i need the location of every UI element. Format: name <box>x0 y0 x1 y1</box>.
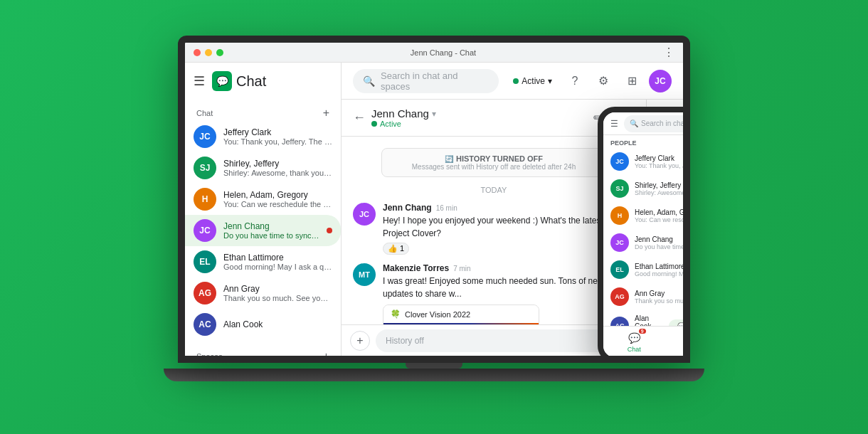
sidebar: ☰ 💬 Chat Chat + JC <box>185 63 342 356</box>
chat-item-content: Ethan Lattimore Good morning! May I ask … <box>223 253 332 271</box>
message-text: I was great! Enjoyed some much needed su… <box>383 275 635 300</box>
phone-tab-chat[interactable]: 💬 9 Chat <box>628 332 641 353</box>
phone-chat-item[interactable]: JC Jenn Chang Do you have time to sync t… <box>603 229 690 256</box>
search-input[interactable]: Search in chat and spaces <box>381 70 489 92</box>
chat-item-name: Ann Gray <box>223 284 332 294</box>
chat-name-caret[interactable]: ▾ <box>432 109 436 119</box>
avatar: MT <box>353 263 376 286</box>
chat-item-preview: Good morning! May I ask a question? <box>223 263 332 271</box>
message-row: MT Makenzie Torres 7 min I was great! En… <box>353 263 635 324</box>
phone-item-content: Ethan Lattimore Good morning! May I ask … <box>635 263 690 277</box>
chat-input-placeholder: History off <box>386 336 424 346</box>
chat-item-name: Alan Cook <box>223 319 332 329</box>
help-button[interactable]: ? <box>563 70 586 92</box>
sidebar-item-shirley-jeffery[interactable]: SJ Shirley, Jeffery Shirley: Awesome, th… <box>185 152 341 184</box>
phone-search-placeholder: Search in chat <box>641 120 687 127</box>
grid-button[interactable]: ⊞ <box>620 70 643 92</box>
sidebar-item-alan-cook[interactable]: AC Alan Cook <box>185 309 341 340</box>
phone-tab-spaces[interactable]: 🏠 26 Spaces <box>689 332 690 353</box>
message-time: 7 min <box>453 265 470 272</box>
user-avatar[interactable]: JC <box>649 70 672 92</box>
phone-search-bar[interactable]: 🔍 Search in chat <box>624 115 690 132</box>
new-chat-button[interactable]: 💬 New chat <box>669 319 690 327</box>
phone-avatar: JC <box>610 152 629 171</box>
date-divider: TODAY <box>353 186 635 194</box>
add-chat-button[interactable]: + <box>323 107 329 120</box>
search-bar[interactable]: 🔍 Search in chat and spaces <box>353 69 499 93</box>
phone-item-preview: Good morning! May I ask a question? <box>635 270 690 277</box>
phone-chat-item[interactable]: EL Ethan Lattimore Good morning! May I a… <box>603 256 690 283</box>
sidebar-item-helen-adam-gregory[interactable]: H Helen, Adam, Gregory You: Can we resch… <box>185 184 341 215</box>
sidebar-header: ☰ 💬 Chat <box>185 63 341 100</box>
phone-chat-item[interactable]: H Helen, Adam, Gregory You: Can we resch… <box>603 202 690 229</box>
add-space-button[interactable]: + <box>323 350 329 356</box>
phone-avatar: H <box>610 206 629 225</box>
status-caret: ▾ <box>548 76 552 86</box>
chat-contact-name: Jenn Chang ▾ <box>371 107 581 120</box>
chat-section: Chat + JC Jeffery Clark You: Thank you, … <box>185 100 341 343</box>
phone-avatar: JC <box>610 233 629 252</box>
card-title: Clover Vision 2022 <box>405 310 470 319</box>
chat-item-preview: You: Can we reschedule the meeting for..… <box>223 200 332 208</box>
phone-item-name: Alan Cook <box>635 314 663 326</box>
sidebar-item-jenn-chang[interactable]: JC Jenn Chang Do you have time to sync t… <box>185 215 341 246</box>
chat-add-button[interactable]: + <box>350 331 370 351</box>
chat-tab-icon: 💬 <box>628 332 640 344</box>
laptop-base <box>164 369 704 381</box>
chat-header-info: Jenn Chang ▾ Active <box>371 107 581 128</box>
phone-item-preview: Do you have time to sync tomorrow mor... <box>635 243 690 250</box>
chat-item-content: Alan Cook <box>223 319 332 329</box>
sidebar-item-ann-gray[interactable]: AG Ann Gray Thank you so much. See you t… <box>185 277 341 309</box>
phone-avatar: SJ <box>610 179 629 198</box>
hamburger-menu-icon[interactable]: ☰ <box>194 73 205 89</box>
status-dot <box>371 121 377 127</box>
phone-chat-item[interactable]: AG Ann Gray Thank you so much. See you t… <box>603 283 690 310</box>
top-bar-right: Active ▾ ? ⚙ ⊞ JC <box>507 70 672 92</box>
avatar: JC <box>194 125 216 148</box>
phone-chat-item[interactable]: AC Alan Cook Have you seen that Jack ach… <box>603 310 690 326</box>
avatar: JC <box>353 203 376 226</box>
traffic-light-close[interactable] <box>194 49 201 56</box>
phone-avatar: AG <box>610 287 629 306</box>
card-thumbnail: 2022+ CloverVision <box>383 323 539 324</box>
status-label: Active <box>522 76 545 86</box>
settings-button[interactable]: ⚙ <box>592 70 615 92</box>
message-sender: Makenzie Torres <box>383 263 449 273</box>
shared-card[interactable]: 🍀 Clover Vision 2022 2022+ CloverVision <box>383 305 539 324</box>
avatar: H <box>194 188 216 211</box>
phone-chat-item[interactable]: SJ Shirley, Jeffery Shirley: Awesome, th… <box>603 175 690 202</box>
chat-item-preview: Thank you so much. See you there. <box>223 294 332 302</box>
chat-item-name: Helen, Adam, Gregory <box>223 190 332 200</box>
spaces-section-header: Spaces + <box>185 346 341 356</box>
phone-item-content: Ann Gray Thank you so much. See you ther… <box>635 290 690 305</box>
chat-tab-label: Chat <box>628 346 641 353</box>
unread-badge <box>327 228 332 233</box>
traffic-light-minimize[interactable] <box>205 49 212 56</box>
traffic-light-maximize[interactable] <box>216 49 223 56</box>
phone-item-content: Jenn Chang Do you have time to sync tomo… <box>635 235 690 250</box>
history-notice-title: 🔄 HISTORY TURNED OFF <box>388 154 600 163</box>
phone-avatar: EL <box>610 260 629 279</box>
message-meta: Makenzie Torres 7 min <box>383 263 635 273</box>
phone-chat-item[interactable]: JC Jeffery Clark You: Thank you, Jeffery… <box>603 148 690 175</box>
sidebar-item-jeffery-clark[interactable]: JC Jeffery Clark You: Thank you, Jeffery… <box>185 121 341 152</box>
sidebar-item-ethan-lattimore[interactable]: EL Ethan Lattimore Good morning! May I a… <box>185 246 341 277</box>
phone-avatar: AC <box>610 317 629 326</box>
window-menu-icon[interactable]: ⋮ <box>663 46 674 59</box>
message-content: Makenzie Torres 7 min I was great! Enjoy… <box>383 263 635 324</box>
search-icon: 🔍 <box>363 75 375 87</box>
avatar: EL <box>194 250 216 273</box>
phone-item-content: Helen, Adam, Gregory You: Can we resched… <box>635 208 690 223</box>
phone-item-preview: You: Thank you, Jeffery. The newe... <box>635 162 690 169</box>
phone-item-preview: Shirley: Awesome, thank you for the... <box>635 189 690 196</box>
message-sender: Jenn Chang <box>383 203 432 213</box>
chat-item-content: Jenn Chang Do you have time to sync tomo… <box>223 221 319 240</box>
back-button[interactable]: ← <box>353 110 366 125</box>
message-reaction[interactable]: 👍 1 <box>383 243 409 255</box>
chat-item-preview: Shirley: Awesome, thank you for the... <box>223 169 332 177</box>
chat-item-name: Jeffery Clark <box>223 127 332 137</box>
phone-bottom-bar: 💬 9 Chat 🏠 26 Spaces <box>603 326 690 357</box>
phone-item-content: Alan Cook Have you seen that Jack achiev… <box>635 314 663 326</box>
status-indicator[interactable]: Active ▾ <box>507 73 558 89</box>
chat-section-header: Chat + <box>185 102 341 121</box>
